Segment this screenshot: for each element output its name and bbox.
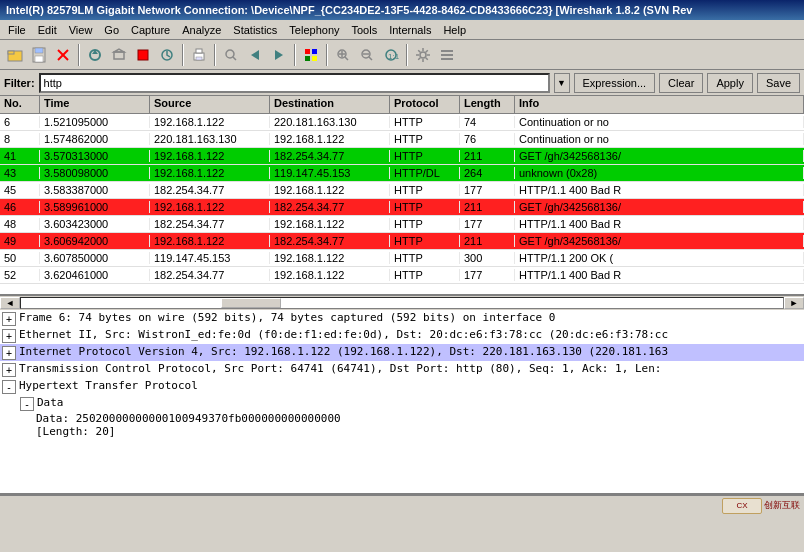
toolbar-zoom-in[interactable] bbox=[332, 44, 354, 66]
packet-cell: HTTP/1.1 400 Bad R bbox=[515, 269, 804, 281]
detail-item-tcp[interactable]: +Transmission Control Protocol, Src Port… bbox=[0, 361, 804, 378]
table-row[interactable]: 81.574862000220.181.163.130192.168.1.122… bbox=[0, 131, 804, 148]
menu-internals[interactable]: Internals bbox=[383, 23, 437, 37]
packet-cell: 76 bbox=[460, 133, 515, 145]
detail-item-ip[interactable]: +Internet Protocol Version 4, Src: 192.1… bbox=[0, 344, 804, 361]
menu-go[interactable]: Go bbox=[98, 23, 125, 37]
toolbar-colorize[interactable] bbox=[300, 44, 322, 66]
toolbar-open[interactable] bbox=[4, 44, 26, 66]
svg-marker-10 bbox=[114, 49, 124, 52]
detail-expand-icon[interactable]: + bbox=[2, 312, 16, 326]
detail-item-data[interactable]: -Data bbox=[0, 395, 804, 412]
detail-item-ethernet[interactable]: +Ethernet II, Src: WistronI_ed:fe:0d (f0… bbox=[0, 327, 804, 344]
toolbar-sep1 bbox=[78, 44, 80, 66]
packet-cell: HTTP bbox=[390, 252, 460, 264]
packet-cell: 192.168.1.122 bbox=[150, 150, 270, 162]
detail-item-label: Internet Protocol Version 4, Src: 192.16… bbox=[19, 345, 668, 358]
filter-input[interactable] bbox=[39, 73, 550, 93]
table-row[interactable]: 463.589961000192.168.1.122182.254.34.77H… bbox=[0, 199, 804, 216]
menu-tools[interactable]: Tools bbox=[346, 23, 384, 37]
packet-cell: HTTP bbox=[390, 201, 460, 213]
detail-expand-icon[interactable]: - bbox=[20, 397, 34, 411]
detail-expand-icon[interactable]: + bbox=[2, 363, 16, 377]
table-row[interactable]: 493.606942000192.168.1.122182.254.34.77H… bbox=[0, 233, 804, 250]
hscroll-right[interactable]: ► bbox=[784, 297, 804, 309]
menu-statistics[interactable]: Statistics bbox=[227, 23, 283, 37]
col-header-proto[interactable]: Protocol bbox=[390, 96, 460, 113]
toolbar-capture-options[interactable] bbox=[108, 44, 130, 66]
table-row[interactable]: 61.521095000192.168.1.122220.181.163.130… bbox=[0, 114, 804, 131]
packet-cell: 182.254.34.77 bbox=[270, 150, 390, 162]
menu-help[interactable]: Help bbox=[437, 23, 472, 37]
col-header-source[interactable]: Source bbox=[150, 96, 270, 113]
table-row[interactable]: 433.580098000192.168.1.122119.147.45.153… bbox=[0, 165, 804, 182]
filter-apply-btn[interactable]: Apply bbox=[707, 73, 753, 93]
packet-cell: HTTP bbox=[390, 235, 460, 247]
col-header-info[interactable]: Info bbox=[515, 96, 804, 113]
svg-rect-11 bbox=[138, 50, 148, 60]
toolbar-print[interactable] bbox=[188, 44, 210, 66]
packet-cell: 182.254.34.77 bbox=[270, 235, 390, 247]
filter-save-btn[interactable]: Save bbox=[757, 73, 800, 93]
toolbar-close[interactable] bbox=[52, 44, 74, 66]
filter-expression-btn[interactable]: Expression... bbox=[574, 73, 656, 93]
detail-expand-icon[interactable]: - bbox=[2, 380, 16, 394]
menu-file[interactable]: File bbox=[2, 23, 32, 37]
packet-detail: +Frame 6: 74 bytes on wire (592 bits), 7… bbox=[0, 310, 804, 495]
detail-expand-icon[interactable]: + bbox=[2, 346, 16, 360]
toolbar-zoom-out[interactable] bbox=[356, 44, 378, 66]
filter-bar: Filter: ▼ Expression... Clear Apply Save bbox=[0, 70, 804, 96]
detail-expand-icon[interactable]: + bbox=[2, 329, 16, 343]
logo-text: 创新互联 bbox=[764, 499, 800, 512]
packet-cell: unknown (0x28) bbox=[515, 167, 804, 179]
packet-cell: HTTP bbox=[390, 218, 460, 230]
toolbar-reload[interactable] bbox=[84, 44, 106, 66]
col-header-len[interactable]: Length bbox=[460, 96, 515, 113]
hscroll-track[interactable] bbox=[20, 297, 784, 309]
menu-capture[interactable]: Capture bbox=[125, 23, 176, 37]
packet-cell: 192.168.1.122 bbox=[270, 184, 390, 196]
table-row[interactable]: 453.583387000182.254.34.77192.168.1.122H… bbox=[0, 182, 804, 199]
toolbar-prev[interactable] bbox=[244, 44, 266, 66]
packet-cell: 48 bbox=[0, 218, 40, 230]
toolbar-restart[interactable] bbox=[156, 44, 178, 66]
packet-cell: 6 bbox=[0, 116, 40, 128]
col-header-time[interactable]: Time bbox=[40, 96, 150, 113]
col-header-dest[interactable]: Destination bbox=[270, 96, 390, 113]
hscroll-left[interactable]: ◄ bbox=[0, 297, 20, 309]
svg-rect-4 bbox=[35, 56, 43, 62]
packet-cell: HTTP bbox=[390, 150, 460, 162]
menu-view[interactable]: View bbox=[63, 23, 99, 37]
detail-item-frame[interactable]: +Frame 6: 74 bytes on wire (592 bits), 7… bbox=[0, 310, 804, 327]
packet-cell: 3.570313000 bbox=[40, 150, 150, 162]
toolbar-settings1[interactable] bbox=[412, 44, 434, 66]
packet-cell: 3.606942000 bbox=[40, 235, 150, 247]
packet-cell: 43 bbox=[0, 167, 40, 179]
hscroll-bar[interactable]: ◄ ► bbox=[0, 296, 804, 310]
menu-telephony[interactable]: Telephony bbox=[283, 23, 345, 37]
detail-http-data: -DataData: 25020000000000100949370fb0000… bbox=[0, 395, 804, 438]
detail-item-http[interactable]: -Hypertext Transfer Protocol bbox=[0, 378, 804, 395]
table-row[interactable]: 483.603423000182.254.34.77192.168.1.122H… bbox=[0, 216, 804, 233]
toolbar-save[interactable] bbox=[28, 44, 50, 66]
filter-dropdown[interactable]: ▼ bbox=[554, 73, 570, 93]
packet-cell: 3.620461000 bbox=[40, 269, 150, 281]
toolbar-find[interactable] bbox=[220, 44, 242, 66]
table-row[interactable]: 413.570313000192.168.1.122182.254.34.77H… bbox=[0, 148, 804, 165]
svg-rect-34 bbox=[441, 50, 453, 52]
menu-edit[interactable]: Edit bbox=[32, 23, 63, 37]
table-row[interactable]: 523.620461000182.254.34.77192.168.1.122H… bbox=[0, 267, 804, 284]
toolbar-stop[interactable] bbox=[132, 44, 154, 66]
packet-cell: Continuation or no bbox=[515, 133, 804, 145]
hscroll-thumb[interactable] bbox=[221, 298, 281, 308]
detail-item-label: Ethernet II, Src: WistronI_ed:fe:0d (f0:… bbox=[19, 328, 668, 341]
filter-clear-btn[interactable]: Clear bbox=[659, 73, 703, 93]
toolbar-reset-zoom[interactable]: 1:1 bbox=[380, 44, 402, 66]
table-row[interactable]: 503.607850000119.147.45.153192.168.1.122… bbox=[0, 250, 804, 267]
packet-cell: Continuation or no bbox=[515, 116, 804, 128]
menu-analyze[interactable]: Analyze bbox=[176, 23, 227, 37]
col-header-no[interactable]: No. bbox=[0, 96, 40, 113]
packet-rows-container: 61.521095000192.168.1.122220.181.163.130… bbox=[0, 114, 804, 284]
toolbar-next[interactable] bbox=[268, 44, 290, 66]
toolbar-settings2[interactable] bbox=[436, 44, 458, 66]
